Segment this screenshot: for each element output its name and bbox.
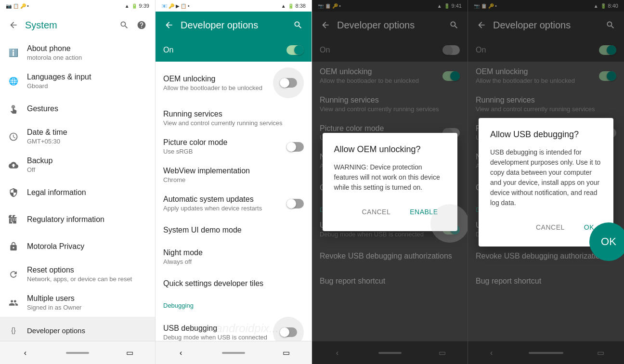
usb-debug-title-p2: USB debugging (163, 324, 267, 333)
night-mode-title-p2: Night mode (163, 248, 304, 257)
page-title-p1: System (25, 20, 113, 31)
back-button-p2[interactable] (163, 19, 175, 31)
usb-debug-toggle-p2[interactable] (280, 327, 297, 337)
oem-cancel-button[interactable]: Cancel (354, 204, 398, 220)
search-button-p2[interactable] (292, 19, 304, 31)
picture-color-toggle-p2[interactable] (286, 142, 304, 152)
home-indicator-p1[interactable] (66, 352, 89, 354)
sidebar-item-datetime[interactable]: Date & time GMT+05:30 (0, 122, 155, 151)
sidebar-item-developer[interactable]: {} Developer options (0, 317, 155, 341)
legal-title: Legal information (27, 188, 147, 197)
datetime-subtitle: GMT+05:30 (27, 138, 147, 145)
usb-debug-item-p2[interactable]: USB debugging Debug mode when USB is con… (156, 311, 312, 341)
running-services-item-p2[interactable]: Running services View and control curren… (156, 104, 312, 132)
qs-tiles-item-p2[interactable]: Quick settings developer tiles (156, 271, 312, 296)
picture-color-item-p2[interactable]: Picture color mode Use sRGB (156, 132, 312, 161)
sidebar-item-reset[interactable]: Reset options Network, apps, or device c… (0, 260, 155, 288)
webview-title-p2: WebView implementation (163, 167, 304, 175)
battery-icon-p1: 🔋 (131, 3, 137, 9)
main-toggle-p2[interactable] (286, 45, 304, 55)
gestures-icon (8, 103, 19, 115)
help-button-p1[interactable] (136, 19, 147, 31)
oem-unlocking-item-p2[interactable]: OEM unlocking Allow the bootloader to be… (156, 62, 312, 104)
sidebar-item-backup[interactable]: Backup Off (0, 151, 155, 179)
usb-dialog-overlay[interactable]: Allow USB debugging? USB debugging is in… (468, 0, 624, 364)
status-icons-right-p2: ▲ 🔋 8:38 (281, 3, 306, 9)
status-bar-p1: 📷 📋 🔑 • ▲ 🔋 9:39 (0, 0, 155, 12)
reset-subtitle: Network, apps, or device can be reset (27, 275, 147, 283)
developer-icon: {} (8, 325, 19, 336)
ok-circle-overlay[interactable]: OK (589, 222, 624, 261)
sidebar-item-gestures[interactable]: Gestures (0, 95, 155, 122)
usb-dialog-actions: Cancel OK (490, 220, 602, 235)
users-title: Multiple users (27, 294, 147, 303)
recents-nav-p1[interactable]: ▭ (120, 343, 140, 363)
battery-icon-p2: 🔋 (288, 3, 294, 9)
backup-icon (8, 159, 19, 171)
status-icons-right-p1: ▲ 🔋 9:39 (125, 3, 149, 9)
webview-item-p2[interactable]: WebView implementation Chrome (156, 161, 312, 189)
night-mode-item-p2[interactable]: Night mode Always off (156, 243, 312, 271)
oem-dialog-actions: Cancel Enable (334, 204, 446, 220)
back-nav-p2[interactable]: ‹ (171, 343, 191, 363)
sidebar-item-regulatory[interactable]: Regulatory information (0, 206, 155, 233)
oem-title-p2: OEM unlocking (163, 75, 262, 83)
status-icons-left-p1: 📷 📋 🔑 • (6, 3, 29, 9)
bottom-nav-p2: ‹ ▭ (156, 341, 312, 364)
oem-dialog-body: WARNING: Device protection features will… (334, 162, 446, 193)
page-title-p2: Developer options (181, 20, 286, 31)
running-subtitle-p2: View and control currently running servi… (163, 119, 304, 127)
legal-icon (8, 187, 19, 198)
motorola-title: Motorola Privacy (27, 242, 147, 251)
time-p1: 9:39 (139, 3, 149, 9)
sidebar-item-motorola[interactable]: Motorola Privacy (0, 233, 155, 260)
running-title-p2: Running services (163, 110, 304, 118)
picture-color-subtitle-p2: Use sRGB (163, 148, 227, 155)
webview-subtitle-p2: Chrome (163, 176, 304, 183)
sidebar-item-users[interactable]: Multiple users Signed in as Owner (0, 288, 155, 317)
reset-title: Reset options (27, 266, 147, 274)
bottom-nav-p1: ‹ ▭ (0, 341, 155, 364)
home-indicator-p2[interactable] (222, 352, 245, 354)
backup-title: Backup (27, 156, 147, 165)
usb-debug-subtitle-p2: Debug mode when USB is connected (163, 334, 267, 341)
recents-nav-p2[interactable]: ▭ (276, 343, 296, 363)
wifi-icon-p2: ▲ (281, 3, 286, 9)
usb-dialog-title: Allow USB debugging? (490, 130, 602, 140)
datetime-title: Date & time (27, 128, 147, 137)
regulatory-title: Regulatory information (27, 215, 147, 224)
back-button-p1[interactable] (8, 19, 19, 31)
users-icon (8, 297, 19, 309)
enable-circle-overlay (430, 204, 468, 243)
status-icons-left-p2: 📧 🔑 ▶ 📋 • (161, 3, 190, 9)
sidebar-item-about[interactable]: ℹ️ About phone motorola one action (0, 39, 155, 67)
usb-dialog-body: USB debugging is intended for developmen… (490, 147, 602, 208)
gestures-title: Gestures (27, 104, 147, 113)
oem-toggle-p2[interactable] (280, 78, 297, 88)
on-header-p2[interactable]: On (156, 39, 312, 62)
search-button-p1[interactable] (118, 19, 130, 31)
oem-subtitle-p2: Allow the bootloader to be unlocked (163, 84, 262, 91)
sidebar-item-legal[interactable]: Legal information (0, 179, 155, 206)
oem-dialog-overlay[interactable]: Allow OEM unlocking? WARNING: Device pro… (312, 0, 468, 364)
auto-update-title-p2: Automatic system updates (163, 195, 262, 204)
oem-circle-overlay-p2 (273, 67, 304, 98)
usb-cancel-button[interactable]: Cancel (528, 220, 572, 235)
demo-mode-item-p2[interactable]: System UI demo mode (156, 218, 312, 243)
auto-update-toggle-p2[interactable] (286, 199, 304, 208)
wifi-icon-p1: ▲ (125, 3, 130, 9)
panel-developer-oem-dialog: 📷 📋 🔑 • ▲ 🔋 9:41 Developer options On (312, 0, 468, 364)
usb-dialog: Allow USB debugging? USB debugging is in… (479, 118, 613, 247)
usb-circle-overlay-p2 (273, 317, 304, 341)
on-label-p2: On (163, 46, 173, 54)
panel-system-settings: 📷 📋 🔑 • ▲ 🔋 9:39 System ℹ️ About phone m… (0, 0, 156, 364)
regulatory-icon (8, 214, 19, 225)
oem-dialog-title: Allow OEM unlocking? (334, 144, 446, 155)
auto-update-item-p2[interactable]: Automatic system updates Apply updates w… (156, 189, 312, 218)
sidebar-item-languages[interactable]: 🌐 Languages & input Gboard (0, 67, 155, 95)
languages-subtitle: Gboard (27, 82, 147, 90)
back-nav-p1[interactable]: ‹ (15, 343, 35, 363)
datetime-icon (8, 131, 19, 143)
panel-developer-options: 📧 🔑 ▶ 📋 • ▲ 🔋 8:38 Developer options On (156, 0, 312, 364)
panel-developer-usb-dialog: 📷 📋 🔑 • ▲ 🔋 8:40 Developer options On (468, 0, 624, 364)
